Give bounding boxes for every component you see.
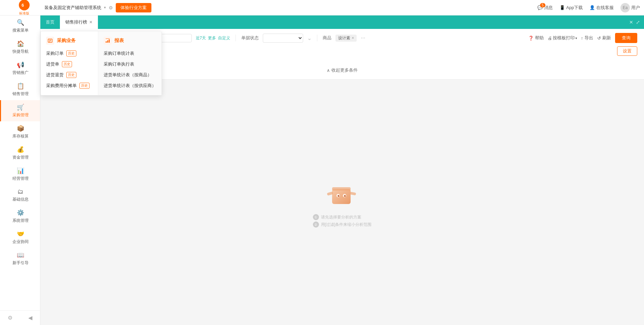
messages-button[interactable]: 💬 5 消息 bbox=[537, 5, 553, 11]
sales-icon: 📋 bbox=[17, 82, 24, 90]
help-label: 帮助 bbox=[535, 35, 544, 41]
hint-item-1: ① 请先选择要分析的方案 bbox=[313, 214, 372, 220]
dropdown-item-stock-stats-goods-label: 进货单统计表（按商品） bbox=[104, 72, 152, 78]
user-name: 用户 bbox=[631, 5, 640, 11]
help-button[interactable]: ❓ 帮助 bbox=[528, 35, 544, 41]
dropdown-item-purchase-order[interactable]: 采购订单 历史 bbox=[41, 48, 98, 59]
sidebar-item-finance[interactable]: 💰 资金管理 bbox=[0, 143, 40, 164]
dropdown-item-purchase-expense[interactable]: 采购费用分摊单 历史 bbox=[41, 80, 98, 91]
logo-area: 6 标准版 bbox=[4, 0, 44, 16]
date-7days[interactable]: 近7天 bbox=[196, 35, 206, 41]
dropdown-item-stock-stats-supplier[interactable]: 进货单统计表（按供应商） bbox=[98, 80, 162, 91]
logo-subtitle: 标准版 bbox=[19, 11, 29, 16]
tab-sales-rank[interactable]: 销售排行榜 ✕ bbox=[60, 15, 98, 29]
system-settings-icon[interactable]: ⚙ bbox=[109, 5, 113, 10]
sidebar-label-search: 搜索菜单 bbox=[12, 28, 29, 33]
hint-text-1: 请先选择要分析的方案 bbox=[321, 214, 361, 220]
goods-dots[interactable]: ··· bbox=[361, 35, 365, 41]
dropdown-col-purchase: 采购业务 采购订单 历史 进货单 历史 进货退货 历史 采购费用分摊单 历史 bbox=[41, 31, 98, 95]
query-button[interactable]: 查询 bbox=[615, 33, 637, 43]
dropdown-col-report: 报表 采购订单统计表 采购订单执行表 进货单统计表（按商品） 进货单统计表（按供… bbox=[98, 31, 162, 95]
settings-button[interactable]: 设置 bbox=[617, 46, 637, 56]
sidebar-item-search[interactable]: 🔍 搜索菜单 bbox=[0, 15, 40, 37]
sidebar-settings-icon[interactable]: ⚙ bbox=[8, 315, 12, 321]
tab-sales-rank-label: 销售排行榜 bbox=[65, 19, 87, 25]
dropdown-item-stock-return[interactable]: 进货退货 历史 bbox=[41, 70, 98, 80]
svg-rect-13 bbox=[106, 41, 107, 43]
user-area[interactable]: Ea 用户 bbox=[620, 3, 640, 12]
avatar-text: Ea bbox=[623, 5, 628, 10]
sidebar-item-purchase[interactable]: 🛒 采购管理 bbox=[0, 100, 40, 121]
sidebar-label-marketing: 营销推广 bbox=[12, 70, 29, 76]
sidebar-label-finance: 资金管理 bbox=[12, 155, 29, 160]
svg-rect-8 bbox=[350, 192, 356, 195]
sidebar-item-quicknav[interactable]: 🏠 快捷导航 bbox=[0, 37, 40, 58]
system-dropdown-arrow[interactable]: ▾ bbox=[104, 5, 106, 10]
purchase-dropdown-menu: 采购业务 采购订单 历史 进货单 历史 进货退货 历史 采购费用分摊单 历史 bbox=[40, 31, 162, 95]
goods-tag-close[interactable]: × bbox=[352, 36, 354, 40]
inventory-icon: 📦 bbox=[17, 125, 24, 132]
sidebar-collapse-icon[interactable]: ◀ bbox=[28, 315, 32, 321]
app-download-label: App下载 bbox=[566, 5, 583, 11]
sidebar-item-system[interactable]: ⚙️ 系统管理 bbox=[0, 206, 40, 227]
system-name-area: 装备及固定资产辅助管理系统 ▾ ⚙ 体验行业方案 bbox=[44, 3, 537, 12]
print-button[interactable]: 🖨 按模板打印 ▾ bbox=[548, 35, 577, 41]
sidebar-label-inventory: 库存核算 bbox=[12, 133, 29, 139]
app-download-button[interactable]: 📱 App下载 bbox=[560, 5, 583, 11]
sidebar-item-guide[interactable]: 📖 新手引导 bbox=[0, 248, 40, 269]
date-more[interactable]: 更多 bbox=[208, 35, 216, 41]
dropdown-item-purchase-order-exec-label: 采购订单执行表 bbox=[104, 61, 134, 67]
svg-text:6: 6 bbox=[22, 3, 24, 8]
hist-badge-purchase-order: 历史 bbox=[66, 50, 76, 56]
sidebar-item-inventory[interactable]: 📦 库存核算 bbox=[0, 121, 40, 143]
hint-text-2: 用[过滤]条件来缩小分析范围 bbox=[321, 222, 372, 228]
doc-status-expand-icon[interactable]: ⌄ bbox=[307, 35, 312, 41]
avatar: Ea bbox=[620, 3, 630, 12]
svg-point-5 bbox=[338, 195, 339, 197]
dropdown-item-stock-stats-goods[interactable]: 进货单统计表（按商品） bbox=[98, 70, 162, 80]
tab-window-close-icon[interactable]: ✕ bbox=[629, 19, 633, 25]
svg-point-6 bbox=[344, 195, 346, 197]
top-bar: 6 标准版 装备及固定资产辅助管理系统 ▾ ⚙ 体验行业方案 💬 5 消息 📱 … bbox=[0, 0, 644, 15]
dropdown-item-purchase-expense-label: 采购费用分摊单 bbox=[46, 83, 77, 89]
tab-home[interactable]: 首页 bbox=[40, 15, 60, 29]
dropdown-item-purchase-order-label: 采购订单 bbox=[46, 50, 64, 56]
sidebar-label-collab: 企业协同 bbox=[12, 239, 29, 245]
sidebar-item-sales[interactable]: 📋 销售管理 bbox=[0, 79, 40, 100]
logo-icon: 6 bbox=[19, 0, 30, 10]
sidebar-item-marketing[interactable]: 📢 营销推广 bbox=[0, 58, 40, 79]
svg-rect-15 bbox=[109, 39, 110, 43]
refresh-icon: ↺ bbox=[597, 36, 601, 41]
sidebar-item-operation[interactable]: 📊 经营管理 bbox=[0, 164, 40, 185]
sidebar-label-operation: 经营管理 bbox=[12, 176, 29, 181]
tab-close-icon[interactable]: ✕ bbox=[89, 20, 93, 25]
dropdown-report-icon bbox=[104, 37, 112, 45]
dropdown-item-stock-in[interactable]: 进货单 历史 bbox=[41, 59, 98, 70]
dropdown-item-stock-return-label: 进货退货 bbox=[46, 72, 64, 78]
phone-icon: 📱 bbox=[560, 5, 565, 10]
tab-expand-icon[interactable]: ⤢ bbox=[636, 19, 640, 25]
dropdown-item-purchase-order-stats[interactable]: 采购订单统计表 bbox=[98, 48, 162, 59]
export-button[interactable]: ↑ 导出 bbox=[581, 35, 594, 41]
sidebar-item-collab[interactable]: 🤝 企业协同 bbox=[0, 227, 40, 248]
print-dropdown-arrow[interactable]: ▾ bbox=[575, 36, 577, 40]
empty-icon-area bbox=[325, 177, 359, 211]
doc-status-select[interactable] bbox=[263, 34, 303, 43]
sidebar-item-basic[interactable]: 🗂 基础信息 bbox=[0, 185, 40, 206]
top-right-area: 💬 5 消息 📱 App下载 👤 在线客服 Ea 用户 bbox=[537, 3, 640, 12]
sidebar-label-purchase: 采购管理 bbox=[12, 112, 29, 118]
refresh-label: 刷新 bbox=[602, 35, 611, 41]
tab-home-label: 首页 bbox=[46, 19, 55, 25]
sidebar-label-quicknav: 快捷导航 bbox=[12, 49, 29, 54]
goods-tag-text: 设计素 bbox=[338, 35, 350, 41]
date-custom[interactable]: 自定义 bbox=[218, 35, 230, 41]
collab-icon: 🤝 bbox=[17, 230, 24, 238]
industry-button[interactable]: 体验行业方案 bbox=[116, 3, 151, 12]
sidebar-bottom: ⚙ ◀ bbox=[0, 310, 40, 325]
refresh-button[interactable]: ↺ 刷新 bbox=[597, 35, 611, 41]
dropdown-purchase-title: 采购业务 bbox=[57, 38, 76, 44]
online-service-button[interactable]: 👤 在线客服 bbox=[589, 5, 614, 11]
dropdown-item-purchase-order-exec[interactable]: 采购订单执行表 bbox=[98, 59, 162, 70]
search-icon: 🔍 bbox=[17, 19, 24, 26]
dropdown-purchase-icon bbox=[46, 37, 54, 45]
